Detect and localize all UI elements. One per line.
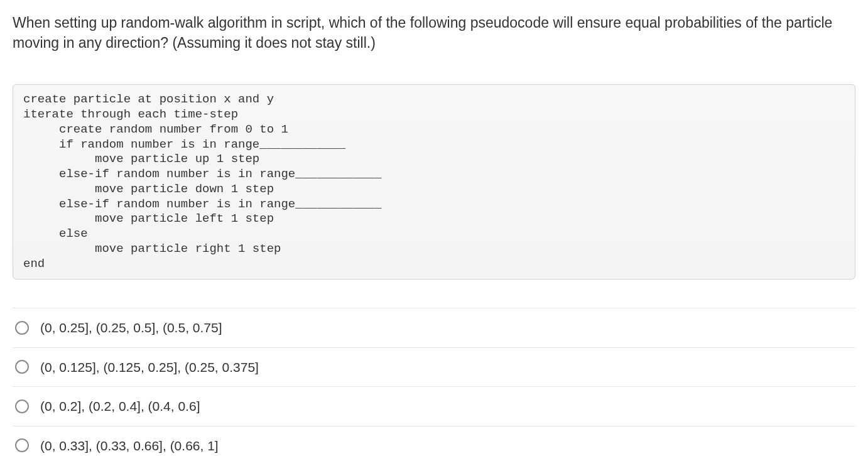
option-row[interactable]: (0, 0.2], (0.2, 0.4], (0.4, 0.6] xyxy=(13,387,855,426)
option-label: (0, 0.2], (0.2, 0.4], (0.4, 0.6] xyxy=(40,397,200,415)
question-text: When setting up random-walk algorithm in… xyxy=(13,13,855,53)
option-row[interactable]: (0, 0.25], (0.25, 0.5], (0.5, 0.75] xyxy=(13,308,855,347)
radio-icon[interactable] xyxy=(15,360,29,374)
radio-icon[interactable] xyxy=(15,399,29,413)
pseudocode-block: create particle at position x and y iter… xyxy=(13,84,855,280)
option-row[interactable]: (0, 0.125], (0.125, 0.25], (0.25, 0.375] xyxy=(13,348,855,387)
radio-icon[interactable] xyxy=(15,438,29,452)
option-label: (0, 0.33], (0.33, 0.66], (0.66, 1] xyxy=(40,437,219,455)
option-label: (0, 0.25], (0.25, 0.5], (0.5, 0.75] xyxy=(40,318,222,337)
radio-icon[interactable] xyxy=(15,321,29,335)
answer-options: (0, 0.25], (0.25, 0.5], (0.5, 0.75] (0, … xyxy=(13,308,855,456)
option-row[interactable]: (0, 0.33], (0.33, 0.66], (0.66, 1] xyxy=(13,426,855,456)
option-label: (0, 0.125], (0.125, 0.25], (0.25, 0.375] xyxy=(40,358,259,376)
